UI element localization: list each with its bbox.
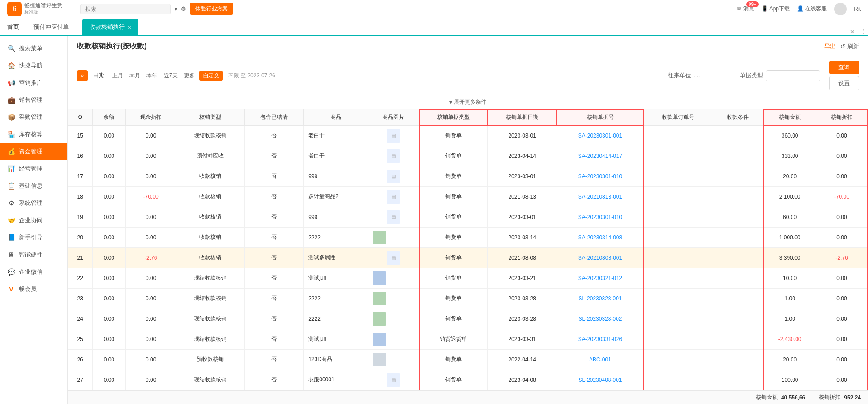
search-input[interactable]: [80, 4, 171, 14]
date-more[interactable]: 更多: [182, 71, 197, 81]
sidebar-item-wechat[interactable]: 💬 企业微信: [0, 263, 67, 280]
cell-bill-type: 销货单: [419, 146, 488, 166]
col-bill-type: 核销单据类型: [419, 109, 488, 125]
cell-image: [368, 349, 419, 370]
cell-discount: 0.00: [816, 349, 868, 370]
export-button[interactable]: ↑ 导出: [820, 43, 836, 51]
tab-receipt[interactable]: 收款核销执行 ✕: [82, 19, 138, 35]
online-service-button[interactable]: 👤 在线客服: [797, 5, 827, 13]
cell-bill-date: 2023-03-01: [488, 125, 557, 146]
cell-receipt-cond: [712, 268, 764, 288]
bill-no-link[interactable]: SA-20210808-001: [578, 255, 622, 261]
bill-no-link[interactable]: SL-20230328-001: [578, 295, 622, 302]
cell-bill-date: 2021-08-08: [488, 247, 557, 268]
cell-bill-date: 2023-03-28: [488, 288, 557, 309]
sidebar-item-collab[interactable]: 🤝 企业协同: [0, 212, 67, 229]
cell-amount: 1.00: [763, 309, 816, 329]
bill-no-link[interactable]: SA-20230314-008: [578, 234, 622, 241]
table-settings-button[interactable]: 设置: [829, 76, 859, 90]
sidebar-item-finance[interactable]: 💰 资金管理: [0, 143, 67, 160]
cell-amount: 1,000.00: [763, 227, 816, 247]
sidebar-item-purchase[interactable]: 📦 采购管理: [0, 109, 67, 126]
avatar[interactable]: [834, 3, 847, 15]
bill-no-link[interactable]: SA-20230301-001: [578, 133, 622, 139]
sidebar-item-inventory[interactable]: 🏪 库存核算: [0, 126, 67, 143]
cell-image: ▤: [368, 207, 419, 227]
bill-no-link[interactable]: SA-20230301-010: [578, 173, 622, 180]
sidebar-label-operations: 经营管理: [19, 165, 42, 173]
cell-settled: 否: [244, 329, 303, 349]
date-last-month[interactable]: 上月: [110, 71, 125, 81]
cell-balance: 0.00: [93, 186, 126, 207]
cell-discount: 0.00: [816, 207, 868, 227]
col-gear[interactable]: ⚙: [68, 109, 93, 125]
refresh-button[interactable]: ↺ 刷新: [840, 43, 859, 51]
cell-bill-date: 2023-03-14: [488, 227, 557, 247]
sidebar-item-basics[interactable]: 📋 基础信息: [0, 177, 67, 195]
sidebar-item-sales[interactable]: 💼 销售管理: [0, 91, 67, 109]
bill-no-link[interactable]: SL-20230408-001: [578, 377, 622, 383]
cell-bill-type: 销货单: [419, 370, 488, 390]
tab-receipt-close[interactable]: ✕: [127, 25, 131, 30]
bill-no-link[interactable]: SA-20210813-001: [578, 194, 622, 200]
cell-goods: 999: [304, 166, 368, 186]
table-row: 17 0.00 0.00 收款核销 否 999 ▤ 销货单 2023-03-01…: [68, 166, 868, 186]
close-window-icon[interactable]: ✕: [850, 29, 855, 35]
cell-discount: -70.00: [816, 186, 868, 207]
footer-amount: 核销金额 40,556,66...: [756, 394, 810, 401]
cell-type: 预收款核销: [176, 349, 245, 370]
cell-receipt-cond: [712, 309, 764, 329]
cell-receipt-order: [644, 329, 712, 349]
cell-bill-type: 销货单: [419, 186, 488, 207]
order-type-select[interactable]: [766, 70, 820, 81]
bill-no-link[interactable]: SA-20230321-012: [578, 275, 622, 281]
expand-label: 展开更多条件: [454, 98, 486, 106]
cell-discount: 0.00: [816, 227, 868, 247]
bill-no-link[interactable]: ABC-001: [589, 356, 611, 363]
bill-no-link[interactable]: SA-20230301-010: [578, 214, 622, 220]
nav-tabs: 首页 预付冲应付单 ✕ 收款核销执行 ✕ ✕ ⛶: [0, 18, 868, 36]
sidebar-item-nav[interactable]: 🏠 快捷导航: [0, 57, 67, 74]
sidebar-item-marketing[interactable]: 📢 营销推广: [0, 74, 67, 91]
sidebar-item-guide[interactable]: 📘 新手引导: [0, 229, 67, 246]
expand-window-icon[interactable]: ⛶: [859, 29, 864, 35]
filter-toggle-button[interactable]: »: [77, 70, 88, 81]
date-7days[interactable]: 近7天: [162, 71, 179, 81]
cell-receipt-order: [644, 207, 712, 227]
cell-id: 27: [68, 370, 93, 390]
footer-discount: 核销折扣 952.24: [819, 394, 861, 401]
cell-amount: 333.00: [763, 146, 816, 166]
cell-id: 22: [68, 268, 93, 288]
dropdown-icon[interactable]: ▾: [175, 6, 177, 12]
query-button[interactable]: 查询: [829, 61, 859, 74]
sidebar-item-system[interactable]: ⚙ 系统管理: [0, 195, 67, 212]
sidebar-item-operations[interactable]: 📊 经营管理: [0, 160, 67, 177]
sidebar-label-guide: 新手引导: [19, 233, 42, 242]
industry-button[interactable]: 体验行业方案: [190, 3, 233, 15]
expand-bar[interactable]: ▾ 展开更多条件: [68, 95, 868, 109]
cell-receipt-order: [644, 146, 712, 166]
col-discount: 核销折扣: [816, 109, 868, 125]
sidebar-item-search[interactable]: 🔍 搜索菜单: [0, 40, 67, 57]
tab-home[interactable]: 首页: [0, 19, 26, 35]
cell-balance: 0.00: [93, 125, 126, 146]
date-filter-label: 日期: [93, 71, 105, 80]
cell-bill-date: 2023-04-08: [488, 370, 557, 390]
bill-no-link[interactable]: SA-20230414-017: [578, 153, 622, 159]
tab-prepay-close[interactable]: ✕: [71, 25, 75, 30]
date-this-year[interactable]: 本年: [145, 71, 159, 81]
tab-prepay[interactable]: 预付冲应付单 ✕: [26, 19, 82, 35]
col-image: 商品图片: [368, 109, 419, 125]
app-download-button[interactable]: 📱 App下载: [761, 5, 790, 13]
settings-icon[interactable]: ⚙: [181, 5, 186, 12]
cell-discount: 0.00: [816, 288, 868, 309]
cell-id: 18: [68, 186, 93, 207]
bill-no-link[interactable]: SA-20230331-026: [578, 336, 622, 342]
date-this-month[interactable]: 本月: [127, 71, 142, 81]
message-button[interactable]: ✉ 消息 99+: [737, 5, 754, 13]
sidebar-item-hardware[interactable]: 🖥 智能硬件: [0, 246, 67, 263]
sidebar-item-member[interactable]: V 畅会员: [0, 280, 67, 298]
table-row: 19 0.00 0.00 收款核销 否 999 ▤ 销货单 2023-03-01…: [68, 207, 868, 227]
date-custom-button[interactable]: 自定义: [199, 71, 223, 81]
bill-no-link[interactable]: SL-20230328-002: [578, 316, 622, 322]
